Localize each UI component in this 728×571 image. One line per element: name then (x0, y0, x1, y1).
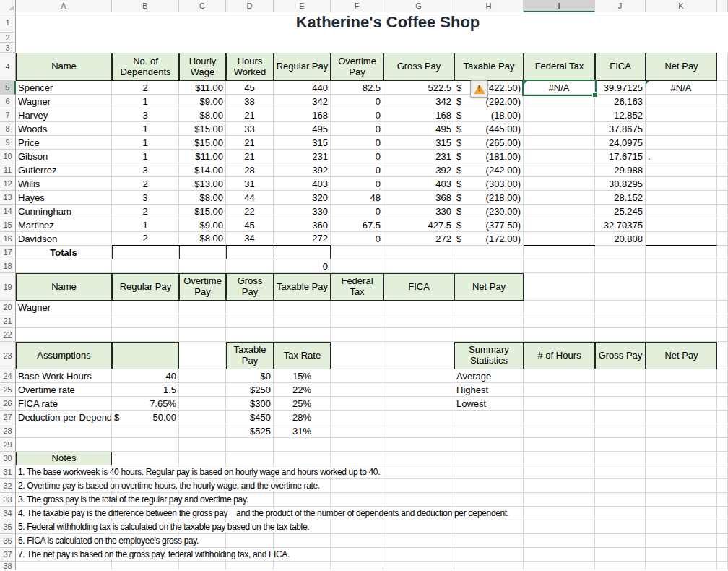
cell-E26[interactable]: 25% (274, 397, 331, 411)
cell-K18[interactable] (646, 259, 717, 273)
cell-F19[interactable]: Federal Tax (331, 273, 384, 301)
column-header-F[interactable]: F (331, 0, 384, 12)
row-header-36[interactable]: 36 (0, 534, 16, 548)
row-header-24[interactable]: 24 (0, 369, 16, 383)
cell-E15[interactable]: 360 (274, 218, 331, 232)
cell-K12[interactable] (646, 177, 717, 191)
cell-H13[interactable]: $(218.00) (454, 191, 524, 205)
row-header-25[interactable]: 25 (0, 383, 16, 397)
cell-F20[interactable] (331, 301, 384, 314)
cell-F10[interactable]: 0 (331, 150, 384, 163)
row-header-26[interactable]: 26 (0, 397, 16, 411)
cell-G5[interactable]: 522.5 (384, 81, 454, 95)
cell-G25[interactable] (384, 383, 454, 397)
cell-A4[interactable]: Name (16, 53, 112, 81)
cell-I31[interactable] (524, 465, 595, 479)
cell-I9[interactable] (524, 136, 595, 150)
cell-G10[interactable]: 231 (384, 150, 454, 163)
cell-G8[interactable]: 495 (384, 122, 454, 136)
cell-F12[interactable]: 0 (331, 177, 384, 191)
row-header-9[interactable]: 9 (0, 136, 16, 150)
cell-B15[interactable]: 1 (112, 218, 179, 232)
cell-C38[interactable] (179, 562, 226, 570)
row-header-11[interactable]: 11 (0, 163, 16, 177)
cell-C21[interactable] (179, 314, 226, 328)
cell-K28[interactable] (646, 424, 717, 438)
cell-A29[interactable] (16, 438, 112, 452)
cell-_38[interactable] (717, 562, 728, 570)
cell-D23[interactable]: Taxable Pay (226, 342, 274, 369)
cell-_12[interactable] (717, 177, 728, 191)
cell-F16[interactable]: 0 (331, 232, 384, 246)
cell-E12[interactable]: 403 (274, 177, 331, 191)
cell-J26[interactable] (595, 397, 646, 411)
row-header-1[interactable]: 1 (0, 12, 16, 33)
cell-_19[interactable] (717, 273, 728, 301)
cell-D13[interactable]: 44 (226, 191, 274, 205)
cell-C22[interactable] (179, 328, 226, 342)
cell-E16[interactable]: 272 (274, 232, 331, 246)
cell-B6[interactable]: 1 (112, 95, 179, 108)
cell-I4[interactable]: Federal Tax (524, 53, 595, 81)
column-header-J[interactable]: J (595, 0, 646, 12)
cell-K14[interactable] (646, 205, 717, 218)
cell-H15[interactable]: $(377.50) (454, 218, 524, 232)
cell-A11[interactable]: Gutierrez (16, 163, 112, 177)
cell-A30[interactable]: Notes (16, 452, 112, 465)
cell-E18[interactable]: 0 (274, 259, 331, 273)
cell-K29[interactable] (646, 438, 717, 452)
cell-_22[interactable] (717, 328, 728, 342)
cell-E20[interactable] (274, 301, 331, 314)
cell-B19[interactable]: Regular Pay (112, 273, 179, 301)
cell-I19[interactable] (524, 273, 595, 301)
cell-F21[interactable] (331, 314, 384, 328)
row-header-3[interactable]: 3 (0, 43, 16, 53)
cell-H18[interactable] (454, 259, 524, 273)
cell-_3[interactable] (717, 43, 728, 53)
row-header-27[interactable]: 27 (0, 411, 16, 424)
cell-G27[interactable] (384, 411, 454, 424)
cell-E9[interactable]: 315 (274, 136, 331, 150)
cell-A23[interactable]: Assumptions (16, 342, 112, 369)
cell-C27[interactable] (179, 411, 226, 424)
cell-A2[interactable] (16, 33, 112, 43)
cell-K15[interactable] (646, 218, 717, 232)
cell-H36[interactable] (454, 534, 524, 548)
cell-J21[interactable] (595, 314, 646, 328)
cell-G19[interactable]: FICA (384, 273, 454, 301)
row-header-37[interactable]: 37 (0, 548, 16, 562)
cell-C2[interactable] (179, 33, 226, 43)
row-header-6[interactable]: 6 (0, 95, 16, 108)
cell-I6[interactable] (524, 95, 595, 108)
cell-D7[interactable]: 21 (226, 108, 274, 122)
cell-A34[interactable]: 4. The taxable pay is the difference bet… (16, 507, 112, 520)
cell-F4[interactable]: Overtime Pay (331, 53, 384, 81)
cell-D38[interactable] (226, 562, 274, 570)
row-header-16[interactable]: 16 (0, 232, 16, 246)
cell-K10[interactable]: . (646, 150, 717, 163)
cell-F26[interactable] (331, 397, 384, 411)
column-header-A[interactable]: A (16, 0, 112, 12)
cell-D21[interactable] (226, 314, 274, 328)
cell-H4[interactable]: Taxable Pay (454, 53, 524, 81)
cell-J37[interactable] (595, 548, 646, 562)
cell-E21[interactable] (274, 314, 331, 328)
cell-K33[interactable] (646, 493, 717, 507)
cell-E30[interactable] (274, 452, 331, 465)
cell-_29[interactable] (717, 438, 728, 452)
cell-J30[interactable] (595, 452, 646, 465)
cell-J22[interactable] (595, 328, 646, 342)
cell-I24[interactable] (524, 369, 595, 383)
cell-F27[interactable] (331, 411, 384, 424)
cell-D2[interactable] (226, 33, 274, 43)
cell-I36[interactable] (524, 534, 595, 548)
column-header-D[interactable]: D (226, 0, 274, 12)
cell-A10[interactable]: Gibson (16, 150, 112, 163)
cell-E11[interactable]: 392 (274, 163, 331, 177)
cell-H26[interactable]: Lowest (454, 397, 524, 411)
cell-K37[interactable] (646, 548, 717, 562)
cell-C17[interactable] (179, 246, 226, 259)
cell-K7[interactable] (646, 108, 717, 122)
cell-E22[interactable] (274, 328, 331, 342)
cell-_7[interactable] (717, 108, 728, 122)
